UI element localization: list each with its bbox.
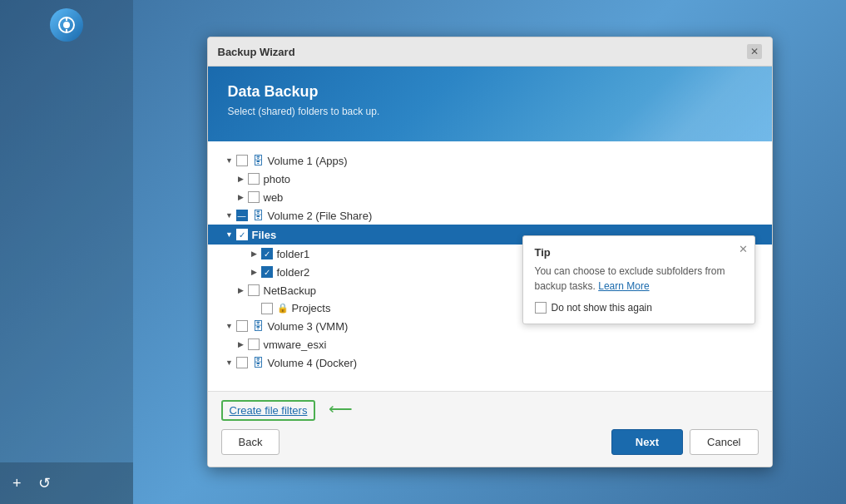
tip-learn-more-link[interactable]: Learn More <box>598 280 649 292</box>
toggle-files[interactable]: ▼ <box>223 228 236 241</box>
label-netbackup: NetBackup <box>264 284 317 297</box>
toggle-vol1[interactable]: ▼ <box>223 154 236 167</box>
label-vol1: Volume 1 (Apps) <box>268 155 348 167</box>
toggle-vol2[interactable]: ▼ <box>223 209 236 222</box>
tip-title: Tip <box>535 246 743 259</box>
back-button[interactable]: Back <box>221 429 280 455</box>
checkbox-files[interactable]: ✓ <box>236 229 248 240</box>
taskbar: + ↺ <box>0 0 133 504</box>
app-icon[interactable] <box>50 8 83 42</box>
tip-checkbox-row[interactable]: Do not show this again <box>535 302 743 314</box>
button-group-right: Next Cancel <box>611 429 759 455</box>
dialog-title: Backup Wizard <box>218 46 295 58</box>
label-vol4: Volume 4 (Docker) <box>268 357 358 369</box>
dialog-buttons: Back Next Cancel <box>208 421 772 467</box>
lock-icon-projects: 🔒 <box>277 303 289 314</box>
tip-do-not-show-label: Do not show this again <box>552 302 652 314</box>
folder-tree[interactable]: ▼ 🗄 Volume 1 (Apps) ▶ photo ▶ web <box>208 141 772 391</box>
checkbox-vol2[interactable]: — <box>236 210 248 221</box>
label-web: web <box>264 191 284 204</box>
label-folder2: folder2 <box>277 266 310 279</box>
toggle-vol4[interactable]: ▼ <box>223 356 236 369</box>
tip-close-button[interactable]: ✕ <box>739 243 748 255</box>
tree-item-vol2[interactable]: ▼ — 🗄 Volume 2 (File Share) <box>221 206 759 225</box>
toggle-web[interactable]: ▶ <box>235 190 248 204</box>
checkbox-photo[interactable] <box>248 173 260 185</box>
volume-icon-vol3: 🗄 <box>252 319 264 333</box>
checkbox-netbackup[interactable] <box>248 284 260 296</box>
checkbox-vol4[interactable] <box>236 357 248 368</box>
toggle-folder1[interactable]: ▶ <box>248 247 261 260</box>
toggle-photo[interactable]: ▶ <box>235 172 248 185</box>
volume-icon-vol2: 🗄 <box>252 209 264 222</box>
checkbox-folder2[interactable]: ✓ <box>261 266 273 278</box>
dialog-overlay: Backup Wizard ✕ Data Backup Select (shar… <box>133 0 846 504</box>
tree-item-vmware[interactable]: ▶ vmware_esxi <box>221 335 759 353</box>
checkbox-projects[interactable] <box>261 303 273 314</box>
volume-icon-vol1: 🗄 <box>252 154 264 167</box>
label-vol2: Volume 2 (File Share) <box>268 210 373 222</box>
cancel-button[interactable]: Cancel <box>690 429 758 455</box>
arrow-indicator: ⟵ <box>329 398 353 418</box>
create-file-filters-button[interactable]: Create file filters <box>221 400 316 421</box>
toggle-vmware[interactable]: ▶ <box>235 338 248 351</box>
checkbox-vmware[interactable] <box>248 338 260 350</box>
volume-icon-vol4: 🗄 <box>252 356 264 369</box>
label-vol3: Volume 3 (VMM) <box>268 320 349 333</box>
history-icon[interactable]: ↺ <box>38 474 51 492</box>
label-folder1: folder1 <box>277 248 310 260</box>
svg-point-1 <box>63 22 70 28</box>
dialog-header: Data Backup Select (shared) folders to b… <box>208 67 772 141</box>
dialog-footer: Create file filters ⟵ Back Next Cancel <box>208 391 772 467</box>
label-photo: photo <box>264 173 291 185</box>
tip-popup: ✕ Tip You can choose to exclude subfolde… <box>522 235 755 324</box>
toggle-vol3[interactable]: ▼ <box>223 319 236 333</box>
backup-wizard-dialog: Backup Wizard ✕ Data Backup Select (shar… <box>207 37 773 467</box>
tree-item-vol1[interactable]: ▼ 🗄 Volume 1 (Apps) <box>221 151 759 170</box>
dialog-close-button[interactable]: ✕ <box>747 44 762 59</box>
toggle-folder2[interactable]: ▶ <box>248 265 261 279</box>
dialog-titlebar: Backup Wizard ✕ <box>208 37 772 67</box>
taskbar-bottom: + ↺ <box>0 462 133 504</box>
tip-text: You can choose to exclude subfolders fro… <box>535 264 743 294</box>
checkbox-vol1[interactable] <box>236 155 248 166</box>
create-filters-row: Create file filters ⟵ <box>208 392 772 421</box>
add-icon[interactable]: + <box>12 475 22 492</box>
label-files: Files <box>252 229 277 241</box>
next-button[interactable]: Next <box>611 429 683 455</box>
tree-item-photo[interactable]: ▶ photo <box>221 170 759 188</box>
tree-item-web[interactable]: ▶ web <box>221 188 759 206</box>
label-vmware: vmware_esxi <box>264 338 327 351</box>
toggle-netbackup[interactable]: ▶ <box>235 284 248 297</box>
dialog-body: ▼ 🗄 Volume 1 (Apps) ▶ photo ▶ web <box>208 141 772 467</box>
tree-item-vol4[interactable]: ▼ 🗄 Volume 4 (Docker) <box>221 353 759 372</box>
checkbox-web[interactable] <box>248 191 260 203</box>
label-projects: Projects <box>292 302 331 314</box>
checkbox-vol3[interactable] <box>236 320 248 332</box>
checkbox-folder1[interactable]: ✓ <box>261 248 273 259</box>
tip-do-not-show-checkbox[interactable] <box>535 302 547 314</box>
